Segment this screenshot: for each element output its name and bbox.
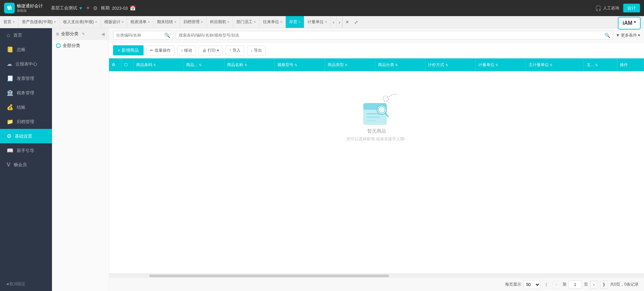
sidebar-item-basic-settings[interactable]: ⚙ 基础设置 (0, 129, 52, 143)
sidebar-item-invoice[interactable]: 🧾 发票管理 (0, 71, 52, 86)
guide-icon: 📖 (7, 147, 13, 154)
tab-archive[interactable]: 归档管理 × (180, 16, 207, 28)
collapse-left-panel-button[interactable]: ◀ (101, 32, 105, 37)
sidebar-item-home[interactable]: ⌂ 首页 (0, 28, 52, 42)
export-button[interactable]: ↓ 导出 (247, 46, 266, 55)
sort-icon: ⇅ (245, 63, 247, 67)
tab-close-transaction-unit[interactable]: × (280, 20, 282, 24)
sort-icon: ⇅ (294, 63, 297, 67)
tab-close-tax-list[interactable]: × (148, 20, 150, 24)
product-table: ⚙ ☐ 商品条码 ⇅ 商品... ⇅ (109, 58, 644, 71)
settings-button[interactable]: ⚙ (93, 5, 98, 11)
sidebar-footer-unpin[interactable]: ◄取消固定 (0, 277, 52, 291)
tab-close-archive[interactable]: × (201, 20, 203, 24)
tab-transaction-unit[interactable]: 往来单位 × (260, 16, 286, 28)
col-product-name[interactable]: 商品名称 ⇅ (224, 58, 275, 71)
col-barcode[interactable]: 商品条码 ⇅ (133, 58, 183, 71)
empty-illustration (355, 91, 398, 128)
chevron-down-icon: ▼ (78, 6, 83, 11)
tab-template-design[interactable]: 模版设计 × (101, 16, 127, 28)
col-settings[interactable]: ⚙ (109, 58, 121, 71)
tab-dept-staff[interactable]: 部门员工 × (233, 16, 260, 28)
sidebar-item-tax[interactable]: 🏦 税务管理 (0, 86, 52, 100)
tax-icon: 🏦 (7, 90, 13, 96)
move-button[interactable]: ↕ 移动 (177, 46, 196, 55)
settlement-icon: 💰 (7, 104, 13, 110)
tab-close-subject-init[interactable]: × (227, 20, 229, 24)
account-button[interactable]: 会计 (623, 4, 640, 12)
per-page-select[interactable]: 50 100 200 (523, 280, 540, 289)
tab-close-income-annual[interactable]: × (95, 20, 97, 24)
sidebar-item-beginner-guide[interactable]: 📖 新手引导 (0, 143, 52, 158)
col-checkbox[interactable]: ☐ (121, 58, 133, 71)
left-panel-all-category[interactable]: 全部分类 (52, 40, 109, 51)
tab-period-transfer[interactable]: 期末结转 × (154, 16, 180, 28)
tab-close-all-button[interactable]: × (342, 16, 351, 28)
new-product-button[interactable]: + 新增商品 (113, 45, 144, 55)
product-search-input[interactable] (179, 33, 603, 38)
home-icon: ⌂ (7, 32, 10, 38)
edit-classification-icon[interactable]: ✎ (82, 32, 85, 36)
sort-icon: ⇅ (345, 63, 347, 67)
calendar-icon[interactable]: 📅 (130, 5, 136, 11)
category-search-button[interactable]: 🔍 (164, 33, 170, 38)
tab-balance-mid[interactable]: 资产负债表(中期) × (18, 16, 60, 28)
filter-icon: ▼ (616, 33, 620, 38)
tab-close-inventory[interactable]: × (299, 20, 301, 24)
logo-text: 畅捷通好会计 旗舰版 (17, 3, 43, 13)
col-main-unit[interactable]: 主计量单位 ⇅ (526, 58, 584, 71)
tab-close-dept-staff[interactable]: × (254, 20, 256, 24)
tab-expand-button[interactable]: ⤢ (352, 16, 361, 28)
page-last-button[interactable]: ⟫ (600, 281, 608, 289)
period-area: 账期 2023-03 📅 (101, 5, 136, 11)
sort-icon: ⇅ (495, 63, 498, 67)
col-measure-unit[interactable]: 计量单位 ⇅ (475, 58, 526, 71)
category-search-input[interactable] (116, 33, 163, 38)
sidebar-item-member[interactable]: V 畅会员 (0, 158, 52, 172)
import-button[interactable]: ↑ 导入 (225, 46, 244, 55)
col-main-abbr[interactable]: 主... ⇅ (584, 58, 617, 71)
page-first-button[interactable]: ⟪ (542, 281, 550, 289)
category-search-wrap: 🔍 (113, 31, 173, 40)
sidebar-item-cloud-report[interactable]: ☁ 云报表中心 (0, 57, 52, 71)
page-prev-button[interactable]: ‹ (552, 281, 560, 289)
print-button[interactable]: 🖨 打印 ▾ (199, 46, 223, 55)
tab-close-balance-mid[interactable]: × (54, 20, 56, 24)
table-header-row: ⚙ ☐ 商品条码 ⇅ 商品... ⇅ (109, 58, 644, 71)
col-spec-model[interactable]: 规格型号 ⇅ (275, 58, 325, 71)
logo-icon: 畅 (4, 3, 15, 13)
product-search-button[interactable]: 🔍 (604, 33, 610, 38)
tab-inventory[interactable]: 存货 × (286, 16, 304, 28)
tab-subject-init[interactable]: 科目期初 × (207, 16, 233, 28)
col-product-code[interactable]: 商品... ⇅ (183, 58, 224, 71)
tab-tax-list[interactable]: 税表清单 × (127, 16, 154, 28)
col-product-type[interactable]: 商品类型 ⇅ (325, 58, 375, 71)
print-arrow-icon: ▾ (217, 48, 219, 53)
move-icon: ↕ (181, 48, 183, 53)
sidebar-item-settlement[interactable]: 💰 结账 (0, 100, 52, 114)
sort-icon: ⇅ (550, 63, 552, 67)
company-selector[interactable]: 基层工会测试 ▼ (51, 5, 83, 11)
tab-measure-unit[interactable]: 计量单位 × (304, 16, 331, 28)
tab-close-template-design[interactable]: × (122, 20, 124, 24)
tab-prev-button[interactable]: ‹ (331, 16, 337, 28)
add-tab-button[interactable]: + (86, 5, 90, 12)
sidebar-item-archive[interactable]: 📁 归档管理 (0, 114, 52, 129)
iam-badge: iAM * (618, 17, 641, 30)
batch-operation-button[interactable]: ✏ 批量操作 (146, 46, 174, 55)
col-product-category[interactable]: 商品分类 ⇅ (375, 58, 425, 71)
col-price-method[interactable]: 计价方式 ⇅ (425, 58, 476, 71)
tab-homepage[interactable]: 首页 × (0, 16, 18, 28)
tab-close-measure-unit[interactable]: × (325, 20, 327, 24)
tab-income-annual[interactable]: 收入支出表(年报) × (60, 16, 101, 28)
tab-close-period-transfer[interactable]: × (174, 20, 176, 24)
horizontal-scrollbar[interactable] (109, 274, 644, 278)
empty-state: 暂无商品 您可以选择新增,或者直接导入哦~ (109, 71, 644, 162)
more-filter-button[interactable]: ▼ 更多条件 ▾ (616, 33, 640, 38)
human-service-button[interactable]: 🎧 人工咨询 (595, 5, 619, 11)
sidebar-item-ledger[interactable]: 📒 总账 (0, 42, 52, 57)
page-number-input[interactable] (569, 281, 582, 289)
tab-close-homepage[interactable]: × (13, 20, 15, 24)
page-next-button[interactable]: › (590, 281, 598, 289)
tab-next-button[interactable]: › (337, 16, 343, 28)
